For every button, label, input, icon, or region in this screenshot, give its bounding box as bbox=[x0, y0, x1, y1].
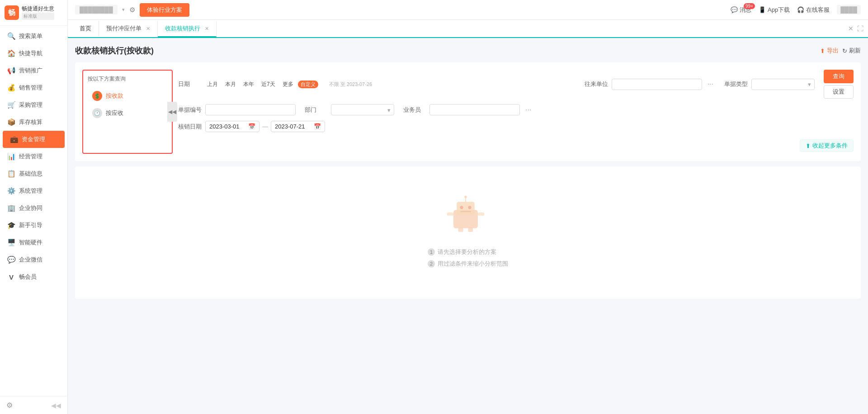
sidebar-item-finance[interactable]: 💼 资金管理 bbox=[3, 131, 65, 148]
sidebar-item-wechat[interactable]: 💬 企业微信 bbox=[0, 251, 67, 268]
message-badge: 99+ bbox=[744, 3, 755, 9]
date-btn-last-month[interactable]: 上月 bbox=[204, 80, 221, 89]
search-icon: 🔍 bbox=[7, 32, 15, 40]
collapse-sidebar-button[interactable]: ◀◀ bbox=[51, 402, 61, 409]
query-button[interactable]: 查询 bbox=[824, 70, 854, 83]
sidebar-item-guide[interactable]: 🎓 新手引导 bbox=[0, 217, 67, 234]
filter-option-by-receipt[interactable]: 💲 按收款 bbox=[88, 87, 167, 105]
sidebar-label-enterprise: 企业协同 bbox=[19, 204, 42, 212]
sidebar-item-hardware[interactable]: 🖥️ 智能硬件 bbox=[0, 234, 67, 251]
message-button[interactable]: 💬 消息 99+ bbox=[731, 6, 751, 14]
system-icon: ⚙️ bbox=[7, 187, 15, 195]
tip-text-2: 用过滤条件来缩小分析范围 bbox=[438, 260, 508, 268]
doc-type-label: 单据类型 bbox=[724, 80, 748, 88]
tab-receipt-cancel[interactable]: 收款核销执行 ✕ bbox=[158, 21, 217, 37]
date-btn-7days[interactable]: 近7天 bbox=[259, 80, 278, 89]
export-button[interactable]: ⬆ 导出 bbox=[820, 47, 839, 55]
doc-number-input[interactable] bbox=[205, 104, 296, 115]
tab-prepay[interactable]: 预付冲应付单 ✕ bbox=[99, 21, 158, 36]
refresh-label: 刷新 bbox=[849, 47, 861, 55]
basic-info-icon: 📋 bbox=[7, 170, 15, 178]
tab-home-label: 首页 bbox=[80, 24, 91, 33]
operation-icon: 📊 bbox=[7, 152, 15, 161]
sidebar-item-purchase[interactable]: 🛒 采购管理 bbox=[0, 96, 67, 114]
calendar-end-icon: 📅 bbox=[314, 123, 321, 130]
date-btn-this-month[interactable]: 本月 bbox=[222, 80, 239, 89]
department-label: 部门 bbox=[305, 106, 327, 114]
filter-more-row: ⬆ 收起更多条件 bbox=[178, 138, 854, 154]
empty-tips: 1 请先选择要分析的方案 2 用过滤条件来缩小分析范围 bbox=[428, 248, 508, 271]
collapse-filter-panel-button[interactable]: ◀◀ bbox=[167, 102, 177, 122]
settings-button[interactable]: 设置 bbox=[824, 85, 854, 99]
tabs-actions: ✕ ⛶ bbox=[848, 25, 868, 32]
sidebar-item-member[interactable]: V 畅会员 bbox=[0, 268, 67, 286]
department-select[interactable] bbox=[331, 104, 394, 115]
doc-number-field: 单据编号 bbox=[178, 104, 296, 115]
verify-date-end-input[interactable]: 2023-07-21 📅 bbox=[271, 121, 325, 132]
sidebar-item-search[interactable]: 🔍 搜索菜单 bbox=[0, 28, 67, 45]
export-icon: ⬆ bbox=[820, 48, 825, 54]
tab-home[interactable]: 首页 bbox=[72, 21, 99, 36]
tab-prepay-close-icon[interactable]: ✕ bbox=[146, 26, 150, 32]
verify-date-start-input[interactable]: 2023-03-01 📅 bbox=[205, 121, 259, 132]
expand-tabs-icon[interactable]: ⛶ bbox=[857, 25, 863, 32]
tab-receipt-cancel-label: 收款核销执行 bbox=[165, 24, 200, 33]
guide-icon: 🎓 bbox=[7, 221, 15, 229]
close-all-tabs-icon[interactable]: ✕ bbox=[848, 25, 854, 32]
doc-type-field: 单据类型 bbox=[724, 79, 815, 90]
sidebar-item-basic-info[interactable]: 📋 基础信息 bbox=[0, 165, 67, 182]
sidebar-label-system: 系统管理 bbox=[19, 187, 42, 195]
sidebar-item-system[interactable]: ⚙️ 系统管理 bbox=[0, 182, 67, 200]
refresh-icon: ↻ bbox=[842, 48, 847, 54]
service-icon: 🎧 bbox=[797, 6, 804, 13]
svg-point-3 bbox=[468, 206, 471, 209]
settings-icon[interactable]: ⚙ bbox=[6, 401, 13, 409]
user-account[interactable]: ████ bbox=[837, 5, 861, 14]
page-content: 收款核销执行(按收款) ⬆ 导出 ↻ 刷新 按以下方案查询 💲 按收款 bbox=[68, 38, 868, 414]
svg-point-10 bbox=[464, 196, 467, 198]
by-receivable-icon: 🕐 bbox=[92, 108, 102, 118]
partner-dots-button[interactable]: ··· bbox=[706, 80, 715, 88]
sidebar-label-finance: 资金管理 bbox=[22, 135, 45, 143]
sidebar-item-enterprise[interactable]: 🏢 企业协同 bbox=[0, 200, 67, 217]
sidebar-item-sales[interactable]: 💰 销售管理 bbox=[0, 79, 67, 96]
verify-date-label: 核销日期 bbox=[178, 123, 202, 131]
salesperson-input[interactable] bbox=[429, 104, 520, 115]
sidebar-item-quick-nav[interactable]: 🏠 快捷导航 bbox=[0, 45, 67, 62]
solution-button[interactable]: 体验行业方案 bbox=[140, 3, 189, 17]
verify-date-start-value: 2023-03-01 bbox=[209, 123, 240, 130]
salesperson-dots-button[interactable]: ··· bbox=[524, 106, 533, 114]
sidebar-item-marketing[interactable]: 📢 营销推广 bbox=[0, 62, 67, 79]
tab-bar: 首页 预付冲应付单 ✕ 收款核销执行 ✕ ✕ ⛶ bbox=[68, 20, 868, 38]
svg-rect-1 bbox=[457, 202, 475, 215]
sidebar-footer: ⚙ ◀◀ bbox=[0, 396, 67, 414]
online-service-button[interactable]: 🎧 在线客服 bbox=[797, 6, 830, 14]
page-header: 收款核销执行(按收款) ⬆ 导出 ↻ 刷新 bbox=[75, 45, 861, 56]
marketing-icon: 📢 bbox=[7, 67, 15, 75]
tab-prepay-label: 预付冲应付单 bbox=[106, 24, 142, 33]
filter-row-1: 日期 上月 本月 本年 近7天 更多 自定义 不限 至 2023-07-26 bbox=[178, 70, 854, 99]
sidebar-item-inventory[interactable]: 📦 库存核算 bbox=[0, 114, 67, 131]
date-field: 日期 上月 本月 本年 近7天 更多 自定义 bbox=[178, 80, 318, 89]
partner-input[interactable] bbox=[612, 79, 702, 90]
department-field: 部门 bbox=[305, 104, 394, 115]
empty-state: 1 请先选择要分析的方案 2 用过滤条件来缩小分析范围 bbox=[75, 167, 861, 299]
date-custom-badge[interactable]: 自定义 bbox=[298, 81, 318, 88]
date-btn-this-year[interactable]: 本年 bbox=[241, 80, 257, 89]
refresh-button[interactable]: ↻ 刷新 bbox=[842, 47, 861, 55]
topbar-gear-icon[interactable]: ⚙ bbox=[129, 6, 135, 14]
filter-option-by-receivable[interactable]: 🕐 按应收 bbox=[88, 105, 167, 122]
hardware-icon: 🖥️ bbox=[7, 238, 15, 247]
doc-type-select[interactable] bbox=[751, 79, 815, 90]
sidebar: 畅 畅捷通好生意 标准版 🔍 搜索菜单 🏠 快捷导航 📢 营销推广 💰 销售管理… bbox=[0, 0, 68, 414]
tab-receipt-cancel-close-icon[interactable]: ✕ bbox=[205, 26, 209, 32]
partner-label: 往来单位 bbox=[585, 80, 608, 88]
app-download-button[interactable]: 📱 App下载 bbox=[759, 6, 790, 14]
sidebar-nav: 🔍 搜索菜单 🏠 快捷导航 📢 营销推广 💰 销售管理 🛒 采购管理 📦 库存核… bbox=[0, 26, 67, 396]
date-btn-more[interactable]: 更多 bbox=[280, 80, 296, 89]
export-label: 导出 bbox=[827, 47, 839, 55]
tip-num-1: 1 bbox=[428, 248, 435, 256]
collapse-more-conditions-button[interactable]: ⬆ 收起更多条件 bbox=[800, 139, 854, 152]
sidebar-item-operation[interactable]: 📊 经营管理 bbox=[0, 148, 67, 165]
empty-tip-2: 2 用过滤条件来缩小分析范围 bbox=[428, 260, 508, 268]
